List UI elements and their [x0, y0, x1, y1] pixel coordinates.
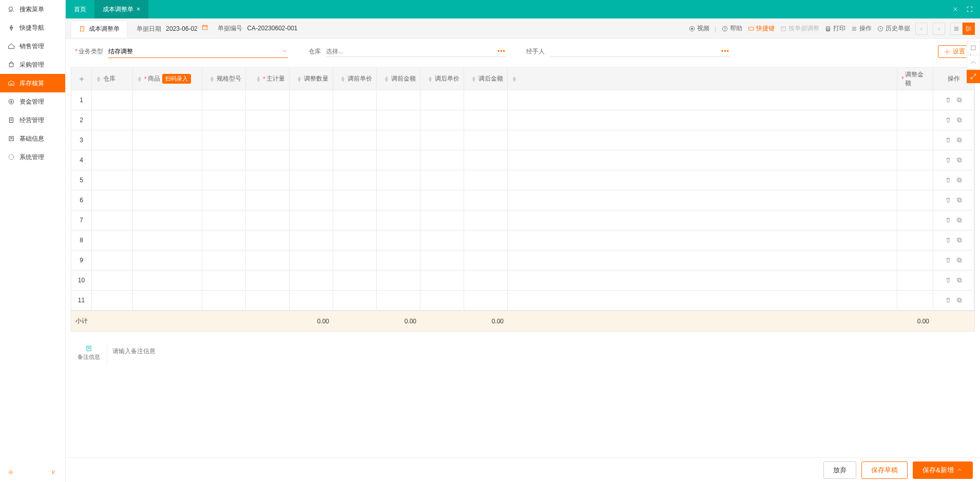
sidebar-item-purchase[interactable]: 采购管理	[0, 55, 65, 74]
copy-row-icon[interactable]	[956, 117, 963, 124]
col-config[interactable]	[71, 68, 92, 90]
copy-row-icon[interactable]	[956, 297, 963, 304]
sidebar-item-inventory[interactable]: 库存核算	[0, 74, 65, 92]
top-tabs: 首页 成本调整单 ×	[66, 0, 980, 18]
svg-rect-65	[958, 279, 961, 282]
settings-form-button[interactable]: 设置	[938, 45, 971, 58]
view-mode-detail[interactable]	[963, 23, 975, 35]
video-button[interactable]: 视频	[688, 24, 709, 33]
col-before-amount[interactable]: ▲▼调前金额	[377, 68, 420, 90]
table-row[interactable]: 1	[71, 90, 974, 110]
save-new-button[interactable]: 保存&新增	[913, 461, 973, 479]
side-panel-1[interactable]	[967, 41, 980, 54]
delete-row-icon[interactable]	[945, 297, 952, 304]
sidebar-item-system[interactable]: 系统管理	[0, 148, 65, 166]
biztype-select[interactable]	[108, 46, 288, 58]
copy-row-icon[interactable]	[956, 97, 963, 104]
delete-row-icon[interactable]	[945, 197, 952, 204]
col-product[interactable]: ▲▼*商品扫码录入	[133, 68, 202, 90]
shortcut-button[interactable]: 快捷键	[747, 24, 775, 33]
sidebar-item-funds[interactable]: 资金管理	[0, 92, 65, 111]
copy-row-icon[interactable]	[956, 197, 963, 204]
print-button[interactable]: 打印	[824, 24, 846, 33]
copy-row-icon[interactable]	[956, 157, 963, 164]
col-warehouse[interactable]: ▲▼仓库	[92, 68, 133, 90]
svg-rect-66	[957, 278, 960, 281]
delete-row-icon[interactable]	[945, 97, 952, 104]
table-row[interactable]: 2	[71, 110, 974, 130]
svg-rect-49	[958, 119, 961, 122]
col-after-amount[interactable]: ▲▼调后金额	[464, 68, 508, 90]
copy-row-icon[interactable]	[956, 137, 963, 144]
scan-button[interactable]: 扫码录入	[162, 74, 191, 84]
sidebar-item-label: 快捷导航	[20, 24, 44, 32]
help-button[interactable]: 帮助	[721, 24, 742, 33]
side-panel-2[interactable]	[967, 55, 980, 69]
copy-row-icon[interactable]	[956, 217, 963, 224]
warehouse-select[interactable]: •••	[326, 46, 506, 57]
col-adjust-amount[interactable]: *调整金额	[897, 68, 933, 90]
col-unit[interactable]: ▲▼*主计量	[246, 68, 290, 90]
view-mode-list[interactable]	[950, 23, 963, 35]
settings-button[interactable]	[7, 469, 14, 478]
copy-row-icon[interactable]	[956, 237, 963, 244]
sidebar-item-label: 销售管理	[20, 42, 44, 51]
tab-home[interactable]: 首页	[66, 0, 94, 18]
action-button[interactable]: 操作	[851, 24, 872, 33]
delete-row-icon[interactable]	[945, 137, 952, 144]
top-close-button[interactable]	[948, 2, 963, 16]
prev-button[interactable]: ‹	[915, 23, 928, 35]
copy-row-icon[interactable]	[956, 257, 963, 264]
delete-row-icon[interactable]	[945, 237, 952, 244]
delete-row-icon[interactable]	[945, 277, 952, 284]
table-row[interactable]: 5	[71, 170, 974, 190]
table-row[interactable]: 3	[71, 130, 974, 150]
delete-row-icon[interactable]	[945, 117, 952, 124]
remarks-input[interactable]	[107, 345, 975, 365]
sub-tab-cost-adjust[interactable]: 成本调整单	[71, 20, 127, 37]
table-row[interactable]: 8	[71, 230, 974, 250]
sidebar-item-quick-nav[interactable]: 快捷导航	[0, 18, 65, 37]
calendar-icon[interactable]	[201, 25, 208, 32]
table-row[interactable]: 6	[71, 190, 974, 210]
biztype-input[interactable]	[108, 48, 281, 55]
copy-row-icon[interactable]	[956, 277, 963, 284]
sidebar-item-search[interactable]: 搜索菜单	[0, 0, 65, 18]
sidebar-item-baseinfo[interactable]: 基础信息	[0, 129, 65, 148]
col-before-price[interactable]: ▲▼调前单价	[333, 68, 377, 90]
sidebar-item-operation[interactable]: 经营管理	[0, 111, 65, 129]
next-button[interactable]: ›	[933, 23, 945, 35]
doc-icon	[7, 116, 15, 124]
table-row[interactable]: 11	[71, 291, 974, 311]
row-index: 1	[71, 90, 92, 110]
delete-row-icon[interactable]	[945, 257, 952, 264]
top-fullscreen-button[interactable]	[963, 2, 977, 16]
batch-adjust-button[interactable]: 按单据调整	[780, 24, 819, 33]
delete-row-icon[interactable]	[945, 217, 952, 224]
collapse-button[interactable]	[51, 469, 58, 478]
close-tab-icon[interactable]: ×	[137, 6, 140, 13]
tab-cost-adjust[interactable]: 成本调整单 ×	[94, 0, 148, 18]
handler-select[interactable]: •••	[550, 46, 729, 57]
handler-input[interactable]	[550, 48, 721, 55]
table-row[interactable]: 4	[71, 150, 974, 170]
col-qty[interactable]: ▲▼调整数量	[290, 68, 333, 90]
side-panel-3[interactable]	[967, 70, 980, 83]
table-row[interactable]: 10	[71, 271, 974, 291]
table-row[interactable]: 7	[71, 210, 974, 230]
discard-button[interactable]: 放弃	[823, 461, 856, 479]
col-after-price[interactable]: ▲▼调后单价	[420, 68, 464, 90]
svg-marker-4	[10, 28, 13, 30]
warehouse-input[interactable]	[326, 48, 497, 55]
delete-row-icon[interactable]	[945, 157, 952, 164]
svg-rect-52	[957, 138, 960, 141]
history-button[interactable]: 历史单据	[877, 24, 910, 33]
row-index: 3	[71, 130, 92, 150]
table-row[interactable]: 9	[71, 250, 974, 271]
home-icon	[7, 42, 15, 50]
col-spec[interactable]: ▲▼规格型号	[202, 68, 246, 90]
delete-row-icon[interactable]	[945, 177, 952, 184]
copy-row-icon[interactable]	[956, 177, 963, 184]
save-draft-button[interactable]: 保存草稿	[861, 461, 908, 479]
sidebar-item-sales[interactable]: 销售管理	[0, 37, 65, 55]
